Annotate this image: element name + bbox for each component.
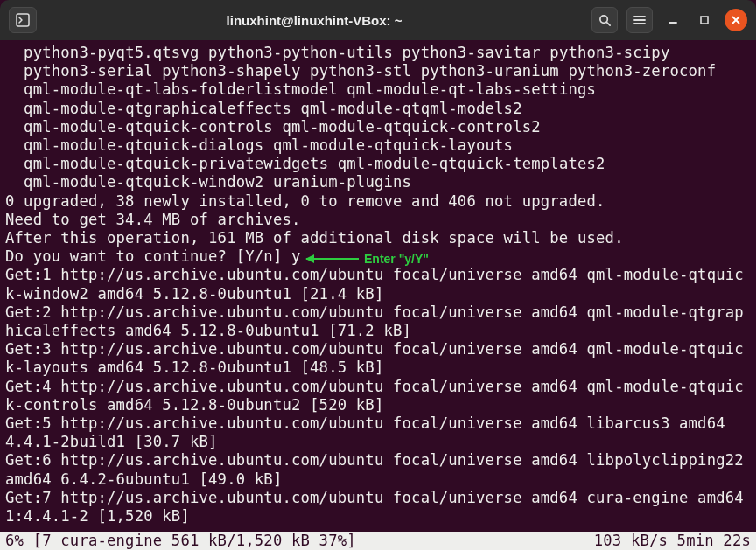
terminal-line: qml-module-qt-labs-folderlistmodel qml-m… — [5, 80, 751, 99]
svg-line-2 — [606, 22, 610, 25]
window-title: linuxhint@linuxhint-VBox: ~ — [227, 13, 402, 28]
terminal-line: After this operation, 161 MB of addition… — [5, 229, 751, 247]
terminal-line: qml-module-qtquick-window2 uranium-plugi… — [5, 173, 751, 191]
close-icon — [731, 15, 741, 25]
annotation-enter-y: Enter "y/Y" — [306, 252, 429, 266]
titlebar-right — [592, 7, 747, 33]
terminal-line: python3-serial python3-shapely python3-s… — [5, 62, 751, 80]
terminal-output[interactable]: python3-pyqt5.qtsvg python3-python-utils… — [0, 40, 756, 529]
terminal-line: Need to get 34.4 MB of archives. — [5, 211, 751, 229]
terminal-line: qml-module-qtquick-controls qml-module-q… — [5, 118, 751, 136]
terminal-line: Get:1 http://us.archive.ubuntu.com/ubunt… — [5, 266, 751, 303]
titlebar-left — [9, 7, 37, 33]
terminal-line: python3-pyqt5.qtsvg python3-python-utils… — [5, 44, 751, 62]
terminal-line: Get:4 http://us.archive.ubuntu.com/ubunt… — [5, 378, 751, 414]
status-left: 6% [7 cura-engine 561 kB/1,520 kB 37%] — [5, 532, 356, 550]
terminal-line: Get:5 http://us.archive.ubuntu.com/ubunt… — [5, 414, 751, 451]
svg-rect-7 — [701, 17, 708, 24]
menu-button[interactable] — [626, 7, 653, 33]
terminal-line: Get:7 http://us.archive.ubuntu.com/ubunt… — [5, 489, 751, 526]
status-right: 103 kB/s 5min 22s — [594, 532, 751, 550]
terminal-line: Get:6 http://us.archive.ubuntu.com/ubunt… — [5, 451, 751, 488]
terminal-line: 0 upgraded, 38 newly installed, 0 to rem… — [5, 192, 751, 211]
arrow-icon — [306, 258, 359, 260]
terminal-line: qml-module-qtgraphicaleffects qml-module… — [5, 100, 751, 118]
terminal-tab-icon — [16, 13, 30, 27]
terminal-line: Get:3 http://us.archive.ubuntu.com/ubunt… — [5, 340, 751, 377]
terminal-line: Get:2 http://us.archive.ubuntu.com/ubunt… — [5, 303, 751, 340]
maximize-icon — [699, 15, 710, 25]
minimize-icon — [668, 15, 678, 25]
terminal-line: qml-module-qtquick-privatewidgets qml-mo… — [5, 155, 751, 173]
maximize-button[interactable] — [693, 9, 716, 31]
svg-rect-0 — [17, 14, 29, 26]
annotation-text: Enter "y/Y" — [364, 252, 429, 266]
terminal-line: qml-module-qtquick-dialogs qml-module-qt… — [5, 136, 751, 155]
minimize-button[interactable] — [662, 9, 684, 31]
title-wrap: linuxhint@linuxhint-VBox: ~ — [37, 13, 592, 28]
new-tab-button[interactable] — [9, 7, 37, 33]
progress-status-bar: 6% [7 cura-engine 561 kB/1,520 kB 37%] 1… — [0, 532, 756, 550]
search-icon — [598, 14, 612, 27]
close-button[interactable] — [724, 9, 747, 31]
titlebar: linuxhint@linuxhint-VBox: ~ — [0, 0, 756, 40]
hamburger-icon — [634, 14, 646, 26]
search-button[interactable] — [592, 7, 618, 33]
